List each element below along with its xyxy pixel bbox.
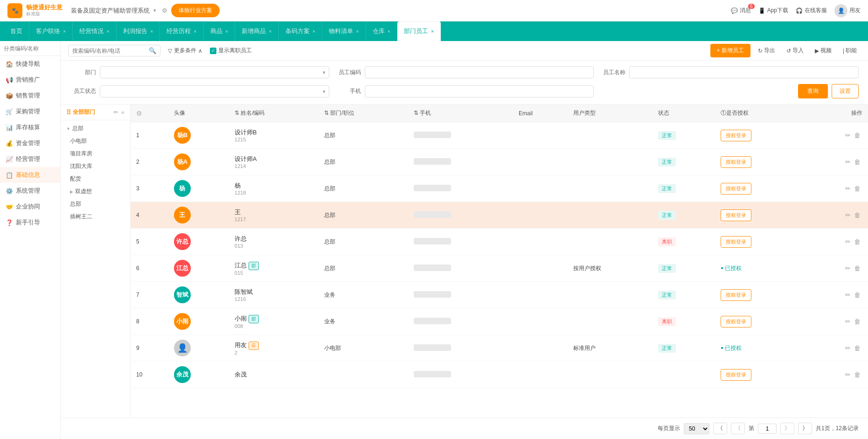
delete-btn[interactable]: 🗑 (854, 211, 861, 219)
query-button[interactable]: 查询 (798, 84, 828, 98)
set-button[interactable]: 设置 (832, 84, 859, 98)
user-area[interactable]: 👤 用友 (834, 4, 861, 17)
online-service-btn[interactable]: 🎧 在线客服 (796, 7, 827, 14)
per-page-select[interactable]: 50 20 100 (684, 423, 709, 434)
close-warehouse-tab[interactable]: × (388, 28, 390, 34)
tab-profit[interactable]: 利润报告 × (117, 21, 160, 41)
dept-select[interactable] (100, 66, 329, 78)
edit-btn[interactable]: ✏ (845, 238, 851, 245)
close-dept-staff-tab[interactable]: × (431, 28, 434, 34)
tree-item-chawang[interactable]: 插树王二 (61, 210, 130, 223)
emp-status-select[interactable] (100, 85, 329, 98)
tab-dept-staff[interactable]: 部门员工 × (397, 21, 441, 41)
auth-login-btn[interactable]: 授权登录 (721, 130, 751, 141)
sidebar-item-inventory[interactable]: 📊 库存核算 (0, 119, 60, 135)
sidebar-item-collab[interactable]: 🤝 企业协同 (0, 199, 60, 215)
phone-input[interactable] (365, 85, 594, 98)
emp-name-input[interactable] (629, 66, 859, 78)
sidebar-search-input[interactable] (4, 45, 61, 52)
delete-btn[interactable]: 🗑 (854, 318, 861, 325)
tree-item-shuangxu[interactable]: ▶ 双虚想 (61, 185, 130, 198)
more-filter-btn[interactable]: ▽ 更多条件 ∧ (168, 47, 202, 55)
tab-operations[interactable]: 经营情况 × (73, 21, 116, 41)
close-goods-tab[interactable]: × (225, 28, 228, 34)
auth-login-btn[interactable]: 授权登录 (721, 156, 751, 168)
col-phone[interactable]: ⇅ 手机 (408, 105, 513, 122)
delete-btn[interactable]: 🗑 (854, 132, 861, 139)
prev-page-btn[interactable]: 〈 (731, 423, 745, 434)
tab-customer[interactable]: 客户联络 × (29, 21, 73, 41)
edit-btn[interactable]: ✏ (845, 185, 851, 192)
close-profit-tab[interactable]: × (150, 28, 153, 34)
delete-btn[interactable]: 🗑 (854, 238, 861, 245)
tab-home[interactable]: 首页 (4, 21, 29, 41)
sidebar-item-purchase[interactable]: 🛒 采购管理 (0, 104, 60, 119)
sys-gear-icon[interactable]: ⚙ (162, 7, 167, 14)
tree-item-zongbu2[interactable]: 总部 (61, 198, 130, 210)
edit-btn[interactable]: ✏ (845, 265, 851, 272)
tree-item-xiaodian[interactable]: 小电部 (61, 135, 130, 147)
export-btn[interactable]: ↻ 导出 (754, 45, 779, 56)
delete-btn[interactable]: 🗑 (854, 265, 861, 272)
auth-login-btn[interactable]: 授权登录 (721, 236, 751, 248)
add-employee-button[interactable]: + 新增员工 (710, 44, 750, 57)
delete-btn[interactable]: 🗑 (854, 158, 861, 166)
first-page-btn[interactable]: 《 (713, 423, 727, 434)
sidebar-item-finance[interactable]: 💰 资金管理 (0, 135, 60, 151)
tree-item-project[interactable]: 项目库房 (61, 147, 130, 160)
sidebar-item-basic[interactable]: 📋 基础信息 (0, 167, 60, 183)
edit-dept-icon[interactable]: ✏ (113, 109, 118, 116)
delete-btn[interactable]: 🗑 (854, 344, 861, 352)
close-customer-tab[interactable]: × (63, 28, 66, 34)
auth-login-btn[interactable]: 授权登录 (721, 183, 751, 195)
more-btn[interactable]: | 职能 (839, 45, 861, 56)
tab-new-goods[interactable]: 新增商品 × (235, 21, 278, 41)
delete-btn[interactable]: 🗑 (854, 291, 861, 299)
edit-btn[interactable]: ✏ (845, 291, 851, 299)
tab-barcode[interactable]: 条码方案 × (279, 21, 322, 41)
close-barcode-tab[interactable]: × (312, 28, 315, 34)
tree-item-shenyang[interactable]: 沈阳大库 (61, 160, 130, 173)
table-settings-icon[interactable]: ⚙ (136, 110, 142, 117)
trial-button[interactable]: 体验行业方案 (171, 4, 220, 17)
close-new-goods-tab[interactable]: × (269, 28, 271, 34)
top-search-input[interactable] (72, 48, 147, 54)
last-page-btn[interactable]: 》 (798, 423, 812, 434)
tab-goods[interactable]: 商品 × (204, 21, 235, 41)
col-name-code[interactable]: ⇅ 姓名/编码 (229, 105, 319, 122)
tab-bom[interactable]: 物料清单 × (322, 21, 366, 41)
tree-item-peihuo[interactable]: 配货 (61, 173, 130, 185)
app-download-btn[interactable]: 📱 App下载 (758, 7, 788, 14)
tree-item-zongbu[interactable]: ▼ 总部 (61, 122, 130, 135)
sidebar-item-system[interactable]: ⚙️ 系统管理 (0, 183, 60, 199)
sys-dropdown-icon[interactable]: ▾ (153, 7, 156, 14)
close-bom-tab[interactable]: × (356, 28, 359, 34)
sidebar-item-sales[interactable]: 📦 销售管理 (0, 88, 60, 104)
edit-btn[interactable]: ✏ (845, 211, 851, 219)
tab-warehouse[interactable]: 仓库 × (366, 21, 397, 41)
auth-login-btn[interactable]: 授权登录 (721, 289, 751, 301)
close-history-tab[interactable]: × (194, 28, 196, 34)
auth-login-btn[interactable]: 授权登录 (721, 209, 751, 221)
auth-login-btn[interactable]: 授权登录 (721, 369, 751, 381)
edit-btn[interactable]: ✏ (845, 344, 851, 352)
edit-btn[interactable]: ✏ (845, 132, 851, 139)
sidebar-item-operations[interactable]: 📈 经营管理 (0, 151, 60, 167)
auth-login-btn[interactable]: 授权登录 (721, 316, 751, 328)
delete-btn[interactable]: 🗑 (854, 371, 861, 378)
sidebar-item-guide[interactable]: ❓ 新手引导 (0, 215, 60, 230)
collapse-panel-icon[interactable]: « (121, 109, 125, 116)
tab-history[interactable]: 经营历程 × (160, 21, 203, 41)
edit-btn[interactable]: ✏ (845, 318, 851, 325)
import-btn[interactable]: ↺ 导入 (783, 45, 807, 56)
emp-code-input[interactable] (365, 66, 594, 78)
edit-btn[interactable]: ✏ (845, 158, 851, 166)
view-btn[interactable]: ▶ 视频 (811, 45, 835, 56)
message-btn[interactable]: 💬 消息 6 (731, 7, 751, 14)
page-number-input[interactable] (758, 424, 777, 434)
show-resigned-checkbox[interactable] (210, 48, 216, 54)
sidebar-item-marketing[interactable]: 📢 营销推广 (0, 72, 60, 88)
close-operations-tab[interactable]: × (106, 28, 109, 34)
sidebar-item-nav[interactable]: 🏠 快捷导航 (0, 56, 60, 72)
edit-btn[interactable]: ✏ (845, 371, 851, 378)
